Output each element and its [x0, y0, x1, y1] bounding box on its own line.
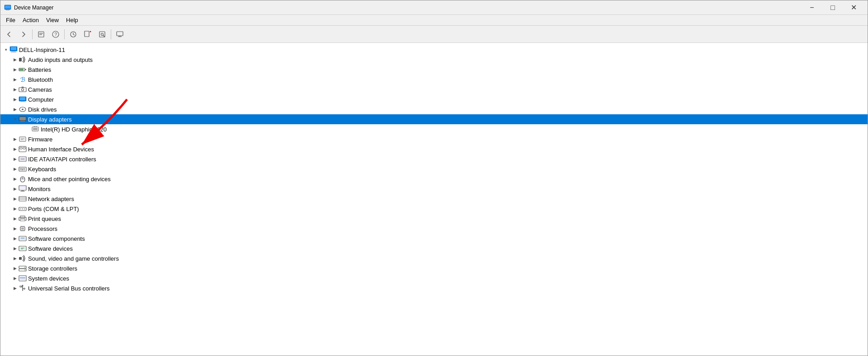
svg-rect-91 [19, 257, 22, 260]
tree-item-hid[interactable]: ▶ Human Interface Devices [0, 144, 868, 154]
svg-rect-40 [36, 126, 37, 127]
svg-rect-65 [20, 191, 25, 192]
tree-item-batteries[interactable]: ▶ Batteries [0, 65, 868, 75]
tree-item-bluetooth[interactable]: ▶ ℬ Bluetooth [0, 75, 868, 84]
update-icon [70, 31, 77, 38]
monitor-button[interactable] [113, 28, 127, 41]
hid-label: Human Interface Devices [28, 146, 94, 153]
batteries-expand-icon: ▶ [11, 66, 19, 73]
displayadapters-expand-icon: ▾ [11, 116, 19, 123]
tree-item-storagecontrollers[interactable]: ▶ Storage controllers [0, 263, 868, 273]
mice-label: Mice and other pointing devices [28, 176, 111, 183]
uninstall-button[interactable] [81, 28, 94, 41]
tree-item-diskdrives[interactable]: ▶ Disk drives [0, 104, 868, 114]
svg-rect-42 [20, 138, 25, 141]
tree-item-network[interactable]: ▶ Network adapters [0, 194, 868, 204]
svg-rect-24 [25, 69, 26, 70]
back-button[interactable] [2, 28, 16, 41]
svg-rect-21 [11, 52, 16, 53]
root-label: DELL-Inspiron-11 [19, 47, 65, 53]
menu-help[interactable]: Help [62, 16, 82, 24]
systemdevices-label: System devices [28, 275, 69, 282]
softwarecomponents-label: Software components [28, 235, 85, 242]
minimize-button[interactable]: − [802, 0, 822, 15]
tree-root[interactable]: ▾ DELL-Inspiron-11 [0, 45, 868, 55]
displayadapters-label: Display adapters [28, 116, 72, 123]
softwarecomponents-expand-icon: ▶ [11, 235, 19, 242]
svg-point-71 [22, 209, 23, 210]
svg-rect-31 [21, 101, 24, 102]
sound-expand-icon: ▶ [11, 255, 19, 262]
processors-label: Processors [28, 225, 57, 232]
tree-item-processors[interactable]: ▶ Processors [0, 224, 868, 234]
tree-item-sound[interactable]: ▶ Sound, video and game controllers [0, 253, 868, 263]
maximize-button[interactable]: □ [822, 0, 843, 15]
usb-expand-icon: ▶ [11, 285, 19, 292]
svg-rect-53 [21, 168, 22, 169]
properties-button[interactable] [34, 28, 48, 41]
storagecontrollers-expand-icon: ▶ [11, 265, 19, 272]
computer-node-label: Computer [28, 96, 54, 103]
svg-rect-36 [20, 121, 25, 122]
svg-rect-97 [20, 276, 25, 280]
tree-item-monitors[interactable]: ▶ Monitors [0, 184, 868, 194]
menu-action[interactable]: Action [19, 16, 42, 24]
svg-rect-22 [19, 58, 22, 61]
tree-item-softwaredevices[interactable]: ▶ Software devices [0, 244, 868, 253]
window-title: Device Manager [14, 5, 53, 11]
usb-icon [19, 284, 27, 292]
tree-item-ports[interactable]: ▶ Ports (COM & LPT) [0, 204, 868, 214]
close-button[interactable]: ✕ [843, 0, 864, 15]
computer-icon [9, 46, 18, 54]
menu-file[interactable]: File [2, 16, 19, 24]
help-button[interactable]: ? [49, 28, 62, 41]
tree-item-intelhd[interactable]: ▶ Intel(R) HD Graphics 620 [0, 124, 868, 134]
tree-item-printqueues[interactable]: ▶ Print queues [0, 214, 868, 224]
firmware-icon [19, 135, 27, 143]
svg-rect-51 [19, 167, 26, 171]
tree-item-computer[interactable]: ▶ Computer [0, 94, 868, 104]
tree-item-softwarecomponents[interactable]: ▶ Software components [0, 234, 868, 244]
tree-item-systemdevices[interactable]: ▶ System devices [0, 273, 868, 283]
scan-hardware-button[interactable] [95, 28, 109, 41]
svg-rect-77 [21, 228, 24, 230]
svg-rect-55 [24, 168, 25, 169]
tree-item-displayadapters[interactable]: ▾ Display adapters [0, 114, 868, 124]
keyboards-label: Keyboards [28, 166, 56, 173]
ports-expand-icon: ▶ [11, 205, 19, 212]
title-bar-controls: − □ ✕ [802, 0, 864, 15]
keyboards-expand-icon: ▶ [11, 165, 19, 173]
intelhd-label: Intel(R) HD Graphics 620 [41, 126, 107, 133]
tree-item-audio[interactable]: ▶ Audio inputs and outputs [0, 55, 868, 65]
network-expand-icon: ▶ [11, 195, 19, 202]
menu-view[interactable]: View [42, 16, 62, 24]
printqueues-label: Print queues [28, 215, 61, 222]
audio-expand-icon: ▶ [11, 56, 19, 63]
scan-icon [99, 31, 106, 38]
svg-point-70 [20, 209, 21, 210]
svg-point-94 [24, 267, 25, 268]
svg-rect-9 [85, 31, 89, 37]
ide-label: IDE ATA/ATAPI controllers [28, 156, 96, 163]
tree-item-usb[interactable]: ▶ Universal Serial Bus controllers [0, 283, 868, 293]
tree-item-ide[interactable]: ▶ IDE ATA/ATAPI controllers [0, 154, 868, 164]
softwaredevices-expand-icon: ▶ [11, 245, 19, 252]
bluetooth-expand-icon: ▶ [11, 76, 19, 83]
ide-expand-icon: ▶ [11, 155, 19, 163]
svg-rect-25 [19, 69, 24, 70]
toolbar-sep-3 [111, 29, 111, 39]
cameras-expand-icon: ▶ [11, 86, 19, 93]
batteries-label: Batteries [28, 66, 51, 73]
sound-label: Sound, video and game controllers [28, 255, 119, 262]
tree-item-firmware[interactable]: ▶ Firmware [0, 134, 868, 144]
tree-item-keyboards[interactable]: ▶ Keyboards [0, 164, 868, 174]
bluetooth-icon: ℬ [19, 75, 27, 84]
bluetooth-label: Bluetooth [28, 76, 53, 83]
tree-item-mice[interactable]: ▶ Mice and other pointing devices [0, 174, 868, 184]
update-driver-button[interactable] [66, 28, 80, 41]
properties-icon [38, 31, 45, 38]
system-icon [19, 274, 27, 282]
forward-button[interactable] [17, 28, 30, 41]
svg-line-14 [103, 35, 104, 37]
tree-item-cameras[interactable]: ▶ Cameras [0, 84, 868, 94]
